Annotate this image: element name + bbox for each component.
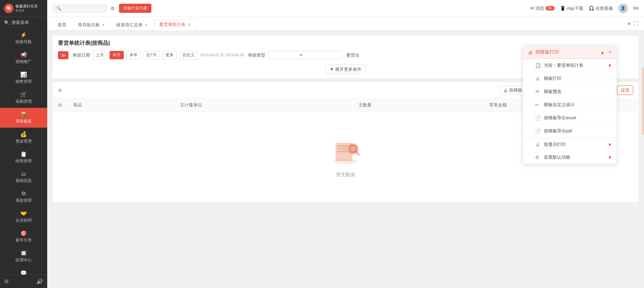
tab-inventory-batch[interactable]: 库存批次账 ✕ [73,20,110,30]
user-avatar[interactable]: 👤 [618,4,628,13]
sidebar-item-label: 快捷导航 [16,39,32,45]
sidebar-volume-icon[interactable]: 🔊 [36,278,43,285]
date-btn-this-year[interactable]: 本年 [126,51,141,59]
col-quantity: 主数量 [353,99,484,112]
date-btn-last-month[interactable]: 上月 [93,51,107,59]
dropdown-item-template-pdf[interactable]: 📄 按模板导出pdf [523,125,617,138]
tab-receipt-summary-label: 收发存汇总表 [116,22,143,28]
sidebar-item-operation[interactable]: 📋 经营管理 [0,148,47,167]
sidebar-item-basic-info[interactable]: 🗂 基础信息 [0,167,47,187]
tab-inventory-batch-label: 库存批次账 [78,22,100,28]
dropdown-close-icon[interactable]: ✕ [608,50,612,55]
search-icon: 🔍 [4,20,9,25]
sidebar-search[interactable]: 🔍 搜索菜单 [0,17,47,28]
dropdown-item-template-preview[interactable]: 👁 模板预览 [523,85,617,98]
guide-icon: 🎯 [20,230,27,236]
tab-inventory-batch-close[interactable]: ✕ [102,23,105,27]
sidebar-item-purchase[interactable]: 🛒 采购管理 [0,88,47,108]
tab-order-stats[interactable]: 要货单统计表 ✕ [154,19,196,30]
dropdown-item-template-custom[interactable]: ✏ 模板自定义设计 [523,98,617,111]
tab-receipt-summary[interactable]: 收发存汇总表 ✕ [111,20,153,30]
set-default-arrow: ▼ [608,155,612,160]
current-template-arrow: ▼ [608,63,612,68]
date-btn-7days[interactable]: 近7天 [143,51,160,59]
wechat-icon: 💬 [20,270,27,275]
sidebar-item-finance[interactable]: 💰 资金管理 [0,128,47,148]
tab-order-stats-close[interactable]: ✕ [187,23,191,27]
date-btn-custom[interactable]: 自定义 [179,51,198,59]
current-template-label: 当前：要货单统计表 [544,62,583,68]
sidebar-item-collab[interactable]: 🤝 企业协同 [0,207,47,227]
tabs-bar: 首页 库存批次账 ✕ 收发存汇总表 ✕ 要货单统计表 ✕ ✕ ⛶ [47,17,644,30]
quick-nav-icon: ⚡ [20,32,27,38]
tab-home-label: 首页 [58,22,66,28]
app-download-btn[interactable]: 📱 App下载 [560,5,583,11]
date-filter-label: 单据日期 [72,52,90,58]
display-print-icon: 🖨 [535,142,540,147]
sidebar-item-label: 资金管理 [16,138,32,144]
dropdown-item-display-print[interactable]: 🖨 按显示打印 ▼ [523,138,617,151]
sidebar-item-label: 销售管理 [16,79,32,85]
sidebar-item-app-center[interactable]: 🔲 应用中心 [0,247,47,266]
sidebar-item-wechat[interactable]: 💬 企业微信 [0,266,47,275]
sidebar-item-label: 新手引导 [16,237,32,243]
template-pdf-label: 按模板导出pdf [544,128,612,134]
display-print-arrow: ▼ [608,142,612,147]
expand-window-btn[interactable]: ⛶ [634,21,639,26]
tab-receipt-summary-close[interactable]: ✕ [145,23,148,27]
empty-text: 暂无数据 [336,172,355,178]
dropdown-current-template[interactable]: 📋 当前：要货单统计表 ▼ [523,59,617,72]
date-btn-this-month[interactable]: 本月 [110,51,124,59]
sidebar-item-sales[interactable]: 📊 销售管理 [0,68,47,88]
sidebar-settings-icon[interactable]: ⚙ [4,278,9,285]
type-filter-select[interactable]: ▼ [268,51,342,59]
more-filter-btn[interactable]: ▼ 展开更多条件 [325,65,366,74]
filter-toggle-btn[interactable]: ≫ [58,51,68,59]
inventory-icon: 📦 [20,111,27,118]
sidebar-item-system[interactable]: ⚙ 系统管理 [0,187,47,207]
current-template-icon: 📋 [535,63,540,68]
template-preview-icon: 👁 [535,89,540,94]
date-btn-more[interactable]: 更多 [163,51,177,59]
template-print-label: 模板打印 [544,75,612,82]
avatar-icon: 👤 [621,6,625,10]
purchase-icon: 🛒 [20,91,27,98]
col-product: 商品 [68,99,175,112]
customer-service-label: 在线客服 [595,5,613,11]
sidebar-item-label: 营销推广 [16,59,32,65]
message-label: 消息 [535,5,544,11]
table-settings-icon[interactable]: ⚙ [58,88,62,93]
tab-home[interactable]: 首页 [53,20,71,30]
topbar-settings-icon[interactable]: ⚙ [111,6,115,11]
close-window-btn[interactable]: ✕ [627,21,631,26]
sidebar-item-guide[interactable]: 🎯 新手引导 [0,227,47,247]
sidebar-item-marketing[interactable]: 📢 营销推广 [0,48,47,68]
right-scrollbar[interactable] [642,67,644,135]
dropdown-header: 🖨 按模板打印 ▲ ✕ [523,46,617,59]
search-icon: 🔍 [56,6,61,11]
type-select-arrow: ▼ [299,53,303,58]
dropdown-item-template-print[interactable]: 🖨 模板打印 [523,72,617,85]
app-name: 畅赢通好生意 [16,4,38,8]
logo-icon: 畅 [4,4,13,13]
message-badge: 99+ [546,6,555,10]
dropdown-header-label: 按模板打印 [535,49,559,55]
customer-service-btn[interactable]: 🎧 在线客服 [589,5,613,11]
dropdown-item-template-excel[interactable]: 📄 按模板导出excel [523,111,617,125]
demo-btn[interactable]: 体验行业方案 [119,4,151,13]
sidebar-item-label: 采购管理 [16,99,32,104]
user-name[interactable]: Rit [633,6,639,11]
topbar-search[interactable]: 🔍 [53,4,107,12]
template-excel-icon: 📄 [535,115,540,121]
sidebar-item-inventory[interactable]: 📦 库存核算 [0,108,47,128]
svg-rect-3 [337,148,347,150]
dropdown-item-set-default[interactable]: ⚙ 设置默认功能 ▼ [523,151,617,164]
col-settings-icon[interactable]: ⚙ [58,102,62,108]
cargo-filter-group: 要货仓 [346,52,359,58]
settings-btn[interactable]: 设置 [617,86,633,95]
basic-info-icon: 🗂 [21,171,26,177]
app-download-icon: 📱 [560,6,565,11]
message-btn[interactable]: ✉ 消息 99+ [530,5,555,11]
sidebar-item-quick-nav[interactable]: ⚡ 快捷导航 [0,28,47,48]
template-print-icon: 🖨 [535,76,540,81]
